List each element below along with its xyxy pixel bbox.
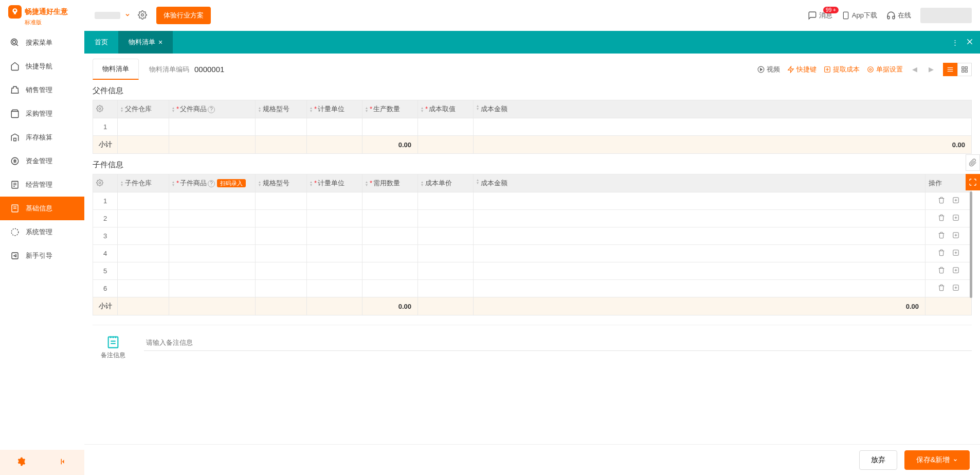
cell[interactable] <box>474 118 972 136</box>
cell[interactable] <box>418 262 474 280</box>
sidebar-item-inventory[interactable]: 库存核算 <box>0 126 84 149</box>
tab-more-icon[interactable]: ⋮ <box>949 36 961 49</box>
fullscreen-icon[interactable] <box>966 174 980 190</box>
cell[interactable] <box>362 227 418 245</box>
cell[interactable] <box>118 118 169 136</box>
cell[interactable] <box>418 245 474 262</box>
add-row-icon[interactable] <box>952 232 959 240</box>
help-icon[interactable]: ? <box>208 180 215 187</box>
cell[interactable] <box>118 192 169 210</box>
tab-close-icon[interactable]: × <box>158 38 162 46</box>
sidebar-item-system[interactable]: 系统管理 <box>0 220 84 244</box>
child-col-product[interactable]: *子件商品?扫码录入 <box>169 174 256 192</box>
delete-row-icon[interactable] <box>938 197 945 205</box>
add-row-icon[interactable] <box>952 284 959 293</box>
cell[interactable] <box>118 245 169 262</box>
next-doc-icon[interactable]: ▶ <box>927 65 936 73</box>
user-avatar-area[interactable] <box>920 8 972 23</box>
parent-col-qty[interactable]: *生产数量 <box>362 100 418 118</box>
table-scrollbar[interactable] <box>970 191 972 298</box>
child-col-spec[interactable]: 规格型号 <box>256 174 307 192</box>
help-icon[interactable]: ? <box>208 106 215 113</box>
cell[interactable] <box>169 118 256 136</box>
parent-col-amount[interactable]: 成本金额 <box>474 100 972 118</box>
table-row[interactable]: 2 <box>93 210 972 227</box>
sidebar-item-search[interactable]: 搜索菜单 <box>0 31 84 55</box>
cell[interactable] <box>362 210 418 227</box>
cell[interactable] <box>118 262 169 280</box>
save-new-button[interactable]: 保存&新增 <box>904 450 970 470</box>
delete-row-icon[interactable] <box>938 249 945 258</box>
promo-button[interactable]: 体验行业方案 <box>156 7 211 24</box>
delete-row-icon[interactable] <box>938 284 945 293</box>
child-col-qty[interactable]: *需用数量 <box>362 174 418 192</box>
table-row[interactable]: 1 <box>93 118 972 136</box>
parent-col-product[interactable]: *父件商品? <box>169 100 256 118</box>
cell[interactable] <box>418 192 474 210</box>
sidebar-settings-icon[interactable] <box>16 457 26 468</box>
header-gear-icon[interactable] <box>138 10 147 21</box>
add-row-icon[interactable] <box>952 214 959 223</box>
cell[interactable] <box>118 210 169 227</box>
online-support-link[interactable]: 在线 <box>886 11 911 20</box>
scan-badge[interactable]: 扫码录入 <box>217 179 246 187</box>
child-col-amount[interactable]: 成本金额 <box>474 174 925 192</box>
cell[interactable] <box>307 245 362 262</box>
app-download-link[interactable]: App下载 <box>842 11 877 20</box>
cell[interactable] <box>418 227 474 245</box>
remarks-input[interactable] <box>144 335 972 351</box>
cell[interactable] <box>256 245 307 262</box>
table-row[interactable]: 3 <box>93 227 972 245</box>
parent-col-spec[interactable]: 规格型号 <box>256 100 307 118</box>
sub-tab-bom[interactable]: 物料清单 <box>93 59 139 80</box>
cell[interactable] <box>307 192 362 210</box>
delete-row-icon[interactable] <box>938 267 945 275</box>
sidebar-item-quicknav[interactable]: 快捷导航 <box>0 55 84 78</box>
table-row[interactable]: 1 <box>93 192 972 210</box>
delete-row-icon[interactable] <box>938 214 945 223</box>
parent-col-unit[interactable]: *计量单位 <box>307 100 362 118</box>
tab-bom[interactable]: 物料清单 × <box>118 31 173 54</box>
parent-col-gear[interactable] <box>93 100 118 118</box>
cell[interactable] <box>169 262 256 280</box>
cell[interactable] <box>474 192 925 210</box>
cell[interactable] <box>256 118 307 136</box>
cell[interactable] <box>256 280 307 297</box>
parent-col-warehouse[interactable]: 父件仓库 <box>118 100 169 118</box>
parent-col-costmethod[interactable]: *成本取值 <box>418 100 474 118</box>
table-row[interactable]: 5 <box>93 262 972 280</box>
cell[interactable] <box>474 262 925 280</box>
sidebar-item-operations[interactable]: 经营管理 <box>0 173 84 197</box>
cell[interactable] <box>474 280 925 297</box>
cell[interactable] <box>118 280 169 297</box>
messages-link[interactable]: 消息 99 + <box>808 11 832 20</box>
child-col-unitcost[interactable]: 成本单价 <box>418 174 474 192</box>
child-col-warehouse[interactable]: 子件仓库 <box>118 174 169 192</box>
discard-button[interactable]: 放弃 <box>859 450 897 470</box>
cell[interactable] <box>307 262 362 280</box>
add-row-icon[interactable] <box>952 267 959 275</box>
sidebar-collapse-icon[interactable] <box>59 457 68 468</box>
close-all-icon[interactable] <box>963 34 977 50</box>
extract-cost-link[interactable]: 提取成本 <box>824 65 860 74</box>
video-link[interactable]: 视频 <box>757 65 780 74</box>
cell[interactable] <box>418 280 474 297</box>
sidebar-item-finance[interactable]: 资金管理 <box>0 149 84 173</box>
sidebar-item-purchase[interactable]: 采购管理 <box>0 102 84 126</box>
table-row[interactable]: 6 <box>93 280 972 297</box>
cell[interactable] <box>169 245 256 262</box>
tab-home[interactable]: 首页 <box>84 31 118 54</box>
child-col-unit[interactable]: *计量单位 <box>307 174 362 192</box>
cell[interactable] <box>169 280 256 297</box>
cell[interactable] <box>362 262 418 280</box>
sidebar-item-sales[interactable]: 销售管理 <box>0 78 84 102</box>
view-list-icon[interactable] <box>943 63 957 76</box>
doc-settings-link[interactable]: 单据设置 <box>867 65 903 74</box>
cell[interactable] <box>307 118 362 136</box>
attachment-icon[interactable] <box>966 154 980 171</box>
cell[interactable] <box>169 210 256 227</box>
cell[interactable] <box>362 118 418 136</box>
shortcut-link[interactable]: 快捷键 <box>787 65 816 74</box>
cell[interactable] <box>362 192 418 210</box>
cell[interactable] <box>474 227 925 245</box>
